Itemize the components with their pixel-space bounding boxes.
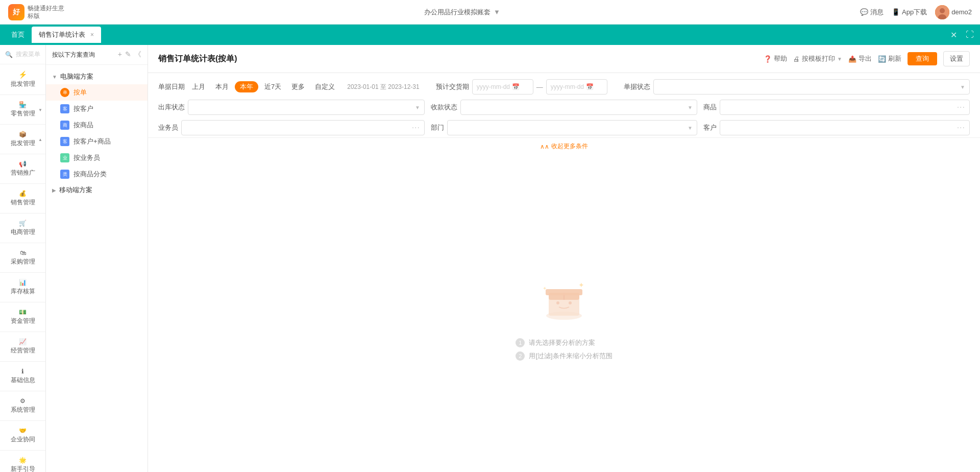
- finance-icon: 💵: [19, 309, 27, 316]
- scheme-item-bycustomer[interactable]: 客 按客户: [46, 101, 148, 117]
- refresh-label: 刷新: [888, 54, 901, 63]
- svg-point-8: [556, 301, 559, 304]
- date-separator: —: [536, 83, 543, 91]
- tab-home[interactable]: 首页: [4, 27, 32, 43]
- expected-date-end[interactable]: yyyy-mm-dd 📅: [546, 79, 607, 95]
- scheme-group-pc-title[interactable]: ▼ 电脑端方案: [46, 69, 148, 84]
- svg-point-1: [940, 8, 945, 13]
- sidebar-item-wholesale[interactable]: 📦 批发管理: [0, 125, 45, 154]
- salesman-input[interactable]: ···: [181, 120, 425, 135]
- sidebar-quick-nav[interactable]: ⚡ 批发管理: [0, 64, 45, 95]
- sidebar-item-enterprise[interactable]: 🤝 企业协同: [0, 421, 45, 451]
- customer-dots[interactable]: ···: [957, 123, 965, 132]
- sidebar-item-ecommerce[interactable]: 🛒 电商管理: [0, 214, 45, 243]
- sidebar-item-retail[interactable]: 🏪 零售管理: [0, 95, 45, 125]
- sidebar-label-enterprise: 企业协同: [11, 435, 35, 444]
- bill-date-label: 单据日期: [158, 82, 185, 91]
- scheme-label-bycustomer: 按客户: [74, 104, 93, 113]
- print-btn[interactable]: 🖨 按模板打印 ▼: [793, 54, 842, 63]
- tab-sales-stats[interactable]: 销售订单统计表 ×: [32, 27, 101, 43]
- tab-close-window-icon[interactable]: ✕: [947, 29, 960, 41]
- date-start-placeholder: yyyy-mm-dd: [477, 83, 510, 90]
- help-btn[interactable]: ❓ 帮助: [764, 54, 787, 63]
- tab-bar: 首页 销售订单统计表 × ✕ ⛶: [0, 25, 980, 45]
- sidebar-item-basic[interactable]: ℹ 基础信息: [0, 362, 45, 391]
- scheme-item-bycat[interactable]: 类 按商品分类: [46, 166, 148, 182]
- content-area: 按以下方案查询 + ✎ 《 ▼ 电脑端方案 单 按单: [46, 45, 980, 472]
- dropdown-arrow-icon[interactable]: ▼: [494, 8, 500, 16]
- pay-status-select[interactable]: ▼: [460, 100, 697, 115]
- out-status-caret: ▼: [415, 105, 420, 110]
- company-name: 办公用品行业模拟账套: [424, 8, 491, 17]
- date-tab-thisyear[interactable]: 本年: [235, 81, 258, 92]
- date-tab-7days[interactable]: 近7天: [260, 81, 285, 92]
- purchase-icon: 🛍: [20, 249, 26, 256]
- message-btn[interactable]: 💬 消息: [860, 8, 884, 17]
- empty-step-1: 1 请先选择要分析的方案: [516, 336, 612, 349]
- query-btn[interactable]: 查询: [908, 52, 937, 65]
- scheme-icon-bygoods: 商: [60, 121, 69, 130]
- bill-status-select[interactable]: ▼: [653, 79, 970, 95]
- out-status-label: 出库状态: [158, 103, 185, 112]
- scheme-item-bygoods[interactable]: 商 按商品: [46, 117, 148, 133]
- scheme-item-bycustgoods[interactable]: 客 按客户+商品: [46, 133, 148, 150]
- inventory-icon: 📊: [19, 279, 27, 286]
- app-download-label: App下载: [902, 8, 927, 17]
- sidebar-item-system[interactable]: ⚙ 系统管理: [0, 391, 45, 421]
- date-tab-thismonth[interactable]: 本月: [211, 81, 233, 92]
- bill-status-label: 单据状态: [624, 82, 650, 91]
- scheme-item-bysalesman[interactable]: 业 按业务员: [46, 150, 148, 166]
- sidebar-search[interactable]: 🔍 搜索菜单: [0, 45, 45, 64]
- mobile-group-title-label: 移动端方案: [59, 185, 92, 195]
- out-status-select[interactable]: ▼: [188, 100, 425, 115]
- empty-text: 1 请先选择要分析的方案 2 用[过滤]条件来缩小分析范围: [516, 336, 612, 363]
- page-title: 销售订单统计表(按单): [158, 54, 237, 64]
- customer-input[interactable]: ···: [720, 120, 970, 135]
- calendar-icon-2: 📅: [586, 83, 594, 90]
- sidebar-item-operation[interactable]: 📈 经营管理: [0, 332, 45, 362]
- logo-icon: 好: [8, 4, 24, 20]
- sidebar-item-finance[interactable]: 💵 资金管理: [0, 302, 45, 332]
- scheme-icon-bycustomer: 客: [60, 104, 69, 113]
- print-label: 按模板打印: [802, 54, 835, 63]
- sidebar-item-purchase[interactable]: 🛍 采购管理: [0, 243, 45, 273]
- date-tab-lastmonth[interactable]: 上月: [188, 81, 209, 92]
- dept-caret: ▼: [688, 125, 693, 131]
- date-tab-custom[interactable]: 自定义: [311, 81, 339, 92]
- empty-illustration: ✦ ✦: [533, 265, 595, 326]
- add-scheme-btn[interactable]: +: [118, 50, 122, 59]
- newbie-icon: 🌟: [19, 457, 27, 464]
- date-tab-more[interactable]: 更多: [287, 81, 309, 92]
- top-bar-left: 好 畅捷通好生意 标版: [8, 4, 64, 20]
- sidebar-item-inventory[interactable]: 📊 库存核算: [0, 273, 45, 302]
- setting-btn[interactable]: 设置: [943, 51, 970, 66]
- goods-input[interactable]: ···: [720, 100, 970, 115]
- edit-scheme-btn[interactable]: ✎: [125, 50, 131, 59]
- sidebar-item-sales[interactable]: 💰 销售管理: [0, 184, 45, 214]
- group-title-label: 电脑端方案: [60, 72, 93, 81]
- page-title-row: 销售订单统计表(按单) ❓ 帮助 🖨 按模板打印 ▼ 📤: [158, 51, 970, 66]
- tab-expand-icon[interactable]: ⛶: [964, 29, 976, 41]
- tab-close-icon[interactable]: ×: [90, 31, 94, 38]
- scheme-item-byorder[interactable]: 单 按单: [46, 84, 148, 101]
- search-menu-label: 搜索菜单: [16, 50, 40, 59]
- expected-date-start[interactable]: yyyy-mm-dd 📅: [472, 79, 533, 95]
- goods-dots[interactable]: ···: [957, 103, 965, 112]
- scheme-group-mobile-title[interactable]: ▶ 移动端方案: [46, 182, 148, 198]
- pay-status-label: 收款状态: [431, 103, 457, 112]
- sidebar-item-marketing[interactable]: 📢 营销推广: [0, 154, 45, 184]
- help-icon: ❓: [764, 55, 772, 63]
- salesman-dots[interactable]: ···: [412, 123, 420, 132]
- refresh-btn[interactable]: 🔄 刷新: [878, 54, 901, 63]
- collapse-panel-btn[interactable]: 《: [134, 50, 141, 59]
- app-download-btn[interactable]: 📱 App下载: [892, 8, 927, 17]
- print-dropdown-icon[interactable]: ▼: [837, 56, 842, 62]
- dept-select[interactable]: ▼: [447, 120, 697, 135]
- scheme-label-bygoods: 按商品: [74, 121, 93, 130]
- svg-text:✦: ✦: [543, 286, 547, 291]
- collapse-btn[interactable]: ∧∧ 收起更多条件: [148, 137, 980, 155]
- sidebar: 🔍 搜索菜单 ⚡ 批发管理 🏪 零售管理 📦 批发管理 📢 营销推广 💰 销售管…: [0, 45, 46, 472]
- export-btn[interactable]: 📤 导出: [848, 54, 872, 63]
- sidebar-item-newbie[interactable]: 🌟 新手引导: [0, 451, 45, 472]
- user-area[interactable]: demo2: [935, 5, 972, 19]
